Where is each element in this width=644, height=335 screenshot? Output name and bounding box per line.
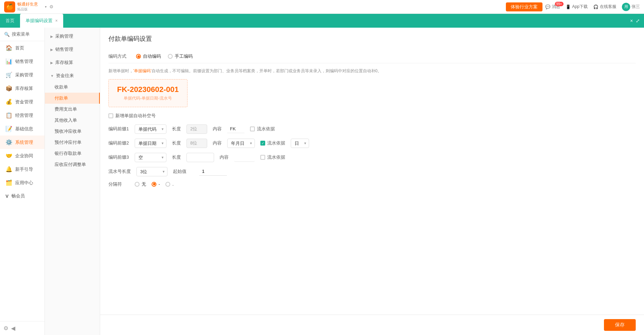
prefix1-label: 编码前缀1	[108, 126, 129, 132]
prefix2-content-select-wrapper: 年月日 年月 年	[227, 139, 255, 148]
main-content: 付款单编码设置 编码方式 自动编码 手工编码 新增单据时，'单据编码'自动生成，…	[100, 28, 644, 315]
sec-item-bank[interactable]: 银行存取款单	[45, 148, 100, 159]
purchase-icon: 🛒	[6, 72, 12, 78]
sidebar-item-purchase[interactable]: 🛒 采购管理	[0, 68, 45, 82]
separator-dot-option[interactable]: .	[165, 182, 174, 187]
sidebar-item-apps[interactable]: 🗂️ 应用中心	[0, 176, 45, 189]
nav-bottom: ⚙ ◀	[0, 321, 45, 335]
manual-encoding-radio[interactable]	[168, 54, 173, 59]
logo-badge: 拓品版	[17, 7, 38, 12]
prefix1-length-label: 长度	[172, 126, 181, 132]
sec-item-bank-label: 银行存取款单	[55, 151, 81, 156]
example-box: FK-20230602-001 单据代码-单据日期-流水号	[108, 79, 188, 107]
prefix2-stream-checkbox[interactable]: ✓	[260, 141, 265, 146]
nav-arrow-icon[interactable]: ▾	[45, 5, 47, 9]
tabbar-close-icon[interactable]: ×	[630, 18, 633, 24]
prefix1-stream-checkbox[interactable]	[250, 127, 255, 131]
tab-home[interactable]: 首页	[0, 14, 20, 28]
tabbar-expand-icon[interactable]: ⤢	[636, 18, 640, 24]
tab-close-icon[interactable]: ×	[55, 18, 58, 23]
sidebar-item-basic-info[interactable]: 📝 基础信息	[0, 122, 45, 136]
sec-group-sales: ▶ 销售管理	[45, 44, 100, 55]
sec-group-purchase-header[interactable]: ▶ 采购管理	[45, 30, 100, 42]
sec-group-funds-header[interactable]: ▼ 资金往来	[45, 70, 100, 82]
prefix3-stream-checkbox[interactable]	[260, 155, 265, 160]
logo-text: 畅通好生意	[17, 2, 38, 7]
sec-group-inventory-header[interactable]: ▶ 库存核算	[45, 57, 100, 68]
prefix2-content-select[interactable]: 年月日 年月 年	[227, 139, 255, 148]
separator-dot-radio[interactable]	[165, 182, 170, 187]
save-button[interactable]: 保存	[604, 319, 636, 331]
prefix1-length-input	[186, 124, 207, 134]
auto-encoding-radio[interactable]	[136, 54, 141, 59]
prefix2-stream-label: 流水依据	[267, 140, 285, 146]
collapse-icon[interactable]: ◀	[11, 325, 15, 332]
prefix2-stream-check[interactable]: ✓ 流水依据	[260, 140, 285, 146]
separator-dash-radio[interactable]	[152, 182, 156, 187]
sec-item-other-income[interactable]: 其他收入单	[45, 115, 100, 126]
message-action[interactable]: 💬 消息 99+	[545, 4, 560, 10]
sidebar-item-sales[interactable]: 📊 销售管理	[0, 55, 45, 68]
sec-item-payment[interactable]: 付款单	[45, 93, 100, 104]
sec-group-sales-header[interactable]: ▶ 销售管理	[45, 44, 100, 55]
sec-item-receipt[interactable]: 收款单	[45, 82, 100, 93]
prefix3-select[interactable]: 单据代码 单据日期 空	[135, 153, 166, 162]
manual-encoding-option[interactable]: 手工编码	[168, 53, 193, 59]
trial-button[interactable]: 体验行业方案	[506, 2, 542, 11]
sec-item-adjustment-label: 应收应付调整单	[55, 162, 86, 167]
finance-icon: 💰	[6, 99, 12, 105]
basic-info-icon: 📝	[6, 125, 12, 132]
prefix3-stream-label: 流水依据	[267, 154, 285, 160]
sidebar-item-operations[interactable]: 📋 经营管理	[0, 109, 45, 122]
app-download-action[interactable]: 📱 App下载	[566, 4, 588, 10]
sec-group-purchase-label: 采购管理	[55, 33, 73, 39]
search-menu[interactable]: 🔍 搜索菜单	[0, 28, 45, 41]
separator-none-radio[interactable]	[135, 182, 140, 187]
sidebar-item-finance[interactable]: 💰 资金管理	[0, 95, 45, 109]
guide-icon: 🔔	[6, 166, 12, 173]
prefix2-unit-select[interactable]: 日 月 年	[291, 139, 309, 148]
serial-select[interactable]: 2位 3位 4位	[136, 167, 167, 176]
serial-start-input[interactable]	[199, 167, 227, 176]
message-icon: 💬	[545, 4, 550, 9]
nav-sidebar: 🔍 搜索菜单 🏠 首页 📊 销售管理 🛒 采购管理 📦 库存核算 💰 资金管理 …	[0, 28, 45, 335]
prefix3-length-label: 长度	[172, 154, 181, 160]
sidebar-item-home[interactable]: 🏠 首页	[0, 41, 45, 55]
auto-fill-checkbox[interactable]	[108, 113, 113, 118]
sec-item-adjustment[interactable]: 应收应付调整单	[45, 159, 100, 170]
sidebar-item-vip[interactable]: V 畅会员	[0, 189, 45, 203]
page-footer: 保存	[100, 315, 644, 335]
online-service-action[interactable]: 🎧 在线客服	[593, 4, 616, 10]
prefix2-select[interactable]: 单据代码 单据日期 空	[135, 139, 166, 148]
settings-bottom-icon[interactable]: ⚙	[3, 325, 8, 332]
home-icon: 🏠	[6, 45, 12, 51]
prefix1-select[interactable]: 单据代码 单据日期 空	[135, 124, 166, 134]
topbar-actions: 💬 消息 99+ 📱 App下载 🎧 在线客服 用 张三	[545, 3, 640, 11]
sec-item-pre-payment[interactable]: 预付冲应付单	[45, 137, 100, 148]
separator-none-option[interactable]: 无	[135, 181, 146, 187]
sidebar-item-purchase-label: 采购管理	[15, 72, 33, 78]
user-action[interactable]: 用 张三	[622, 3, 640, 11]
sidebar-item-guide[interactable]: 🔔 新手引导	[0, 162, 45, 176]
sec-item-expense[interactable]: 费用支出单	[45, 104, 100, 115]
prefix1-select-wrapper: 单据代码 单据日期 空	[135, 124, 166, 134]
sidebar-item-operations-label: 经营管理	[15, 112, 33, 119]
sec-group-funds-label: 资金往来	[56, 73, 74, 79]
sidebar-item-inventory[interactable]: 📦 库存核算	[0, 82, 45, 95]
serial-length-label: 流水号长度	[108, 168, 131, 175]
tab-encoding-settings[interactable]: 单据编码设置 ×	[20, 14, 63, 28]
tab-encoding-label: 单据编码设置	[26, 18, 52, 24]
settings-icon[interactable]: ⚙	[49, 4, 54, 9]
separator-dot-label: .	[172, 182, 174, 187]
prefix1-row: 编码前缀1 单据代码 单据日期 空 长度 内容 FK 流水依据	[108, 124, 636, 134]
sec-item-pre-payment-label: 预付冲应付单	[55, 140, 81, 145]
sidebar-item-system[interactable]: ⚙️ 系统管理	[0, 136, 45, 149]
sec-group-funds: ▼ 资金往来 收款单 付款单 费用支出单 其他收入单 预收冲应收单 预付冲应付单	[45, 70, 100, 170]
prefix3-stream-check[interactable]: 流水依据	[260, 154, 285, 160]
prefix1-stream-check[interactable]: 流水依据	[250, 126, 275, 132]
auto-encoding-option[interactable]: 自动编码	[136, 53, 161, 59]
sidebar-item-collab[interactable]: 🤝 企业协同	[0, 149, 45, 162]
sec-item-pre-receipt[interactable]: 预收冲应收单	[45, 126, 100, 137]
auto-fill-row[interactable]: 新增单据自动补空号	[108, 113, 636, 119]
separator-dash-option[interactable]: -	[152, 182, 160, 187]
